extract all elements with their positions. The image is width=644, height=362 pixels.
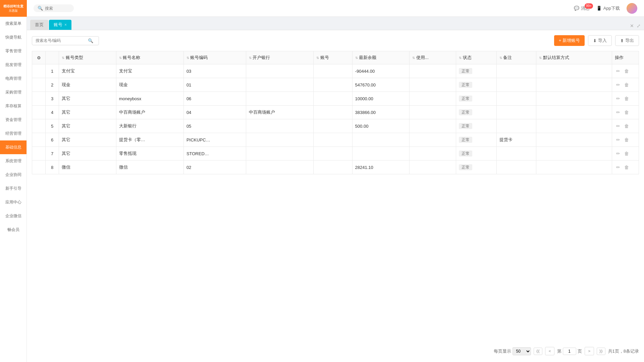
row-account_type-cell: 其它 <box>59 133 116 147</box>
delete-button[interactable]: 🗑 <box>623 109 630 116</box>
col-use-status[interactable]: ⇅ 使用... <box>410 51 456 64</box>
col-open-bank[interactable]: ⇅ 开户银行 <box>246 51 313 64</box>
delete-button[interactable]: 🗑 <box>623 164 630 171</box>
sidebar-item-quick-nav[interactable]: 快捷导航 <box>0 31 26 44</box>
edit-button[interactable]: ✏ <box>615 68 622 74</box>
edit-button[interactable]: ✏ <box>615 150 622 157</box>
status-badge: 正常 <box>459 68 472 74</box>
row-account_type-cell: 其它 <box>59 92 116 106</box>
top-search-input[interactable] <box>45 6 72 11</box>
row-settings-cell <box>32 119 46 133</box>
tab-account[interactable]: 账号× <box>49 20 71 30</box>
close-window-button[interactable]: ✕ <box>630 23 634 28</box>
delete-button[interactable]: 🗑 <box>623 136 630 143</box>
add-account-button[interactable]: + 新增账号 <box>554 35 585 46</box>
top-bar: 🔍 💬 消息 99+ 📱 App下载 <box>27 0 644 17</box>
sidebar-item-operation-mgmt[interactable]: 经营管理 <box>0 127 26 140</box>
maximize-window-button[interactable]: ⤢ <box>637 23 641 28</box>
avatar[interactable] <box>627 3 637 14</box>
row-open_bank-cell <box>246 133 313 147</box>
sidebar-item-enterprise-wechat[interactable]: 企业微信 <box>0 209 26 223</box>
first-page-button[interactable]: ⟨⟨ <box>534 348 542 355</box>
sidebar-item-system-mgmt[interactable]: 系统管理 <box>0 154 26 168</box>
row-latest_balance-cell: 28241.10 <box>352 161 410 174</box>
action-area: ✏🗑 <box>615 136 636 143</box>
top-bar-right: 💬 消息 99+ 📱 App下载 <box>574 3 637 14</box>
sidebar-item-basic-info[interactable]: 基础信息 <box>0 140 26 154</box>
delete-button[interactable]: 🗑 <box>623 150 630 157</box>
col-default-settlement[interactable]: ⇅ 默认结算方式 <box>536 51 612 64</box>
edit-button[interactable]: ✏ <box>615 136 622 143</box>
search-input[interactable] <box>36 38 86 43</box>
delete-button[interactable]: 🗑 <box>623 68 630 74</box>
edit-button[interactable]: ✏ <box>615 95 622 102</box>
row-status-cell: 正常 <box>456 92 496 106</box>
row-account_no-cell <box>313 78 352 92</box>
row-account_code-cell: 01 <box>183 78 246 92</box>
last-page-button[interactable]: ⟩⟩ <box>597 348 605 355</box>
sidebar-item-vip-member[interactable]: 畅会员 <box>0 223 26 237</box>
row-open_bank-cell <box>246 119 313 133</box>
sidebar-item-app-center[interactable]: 应用中心 <box>0 195 26 209</box>
sidebar-item-retail-mgmt[interactable]: 零售管理 <box>0 44 26 58</box>
sort-icon: ⇅ <box>186 56 189 60</box>
table-container: ⚙ ⇅ 账号类型 ⇅ 账号名称 ⇅ 账号编码 ⇅ 开户银行 ⇅ 账号 ⇅ 最新余… <box>32 51 639 174</box>
col-account-no[interactable]: ⇅ 账号 <box>313 51 352 64</box>
sidebar-item-capital-mgmt[interactable]: 资金管理 <box>0 113 26 127</box>
tab-close-account[interactable]: × <box>64 22 67 27</box>
row-num-cell: 5 <box>46 119 59 133</box>
delete-button[interactable]: 🗑 <box>623 95 630 102</box>
table-row: 1支付宝支付宝03-90444.00正常✏🗑 <box>32 64 639 78</box>
app-download-button[interactable]: 📱 App下载 <box>596 5 620 11</box>
page-number-input[interactable] <box>563 348 576 355</box>
sidebar-item-purchase-mgmt[interactable]: 采购管理 <box>0 85 26 99</box>
edit-button[interactable]: ✏ <box>615 109 622 116</box>
sort-icon: ⇅ <box>119 56 122 60</box>
page-size-select[interactable]: 102050100 <box>513 347 531 355</box>
sidebar-item-search-menu[interactable]: 搜索菜单 <box>0 17 26 31</box>
export-button[interactable]: ⬆ 导出 <box>615 35 639 46</box>
sidebar-item-ecommerce-mgmt[interactable]: 电商管理 <box>0 72 26 85</box>
row-default-settlement-cell <box>536 147 612 161</box>
delete-button[interactable]: 🗑 <box>623 81 630 88</box>
top-search-box[interactable]: 🔍 <box>34 4 74 12</box>
action-area: ✏🗑 <box>615 150 636 157</box>
action-area: ✏🗑 <box>615 81 636 88</box>
row-latest_balance-cell: -90444.00 <box>352 64 410 78</box>
import-button[interactable]: ⬇ 导入 <box>588 35 612 46</box>
col-account-code[interactable]: ⇅ 账号编码 <box>183 51 246 64</box>
message-button[interactable]: 💬 消息 99+ <box>574 5 590 11</box>
col-latest-balance[interactable]: ⇅ 最新余额 <box>352 51 410 64</box>
sidebar-item-wholesale-mgmt[interactable]: 批发管理 <box>0 58 26 72</box>
sidebar-item-beginner-guide[interactable]: 新手引导 <box>0 182 26 195</box>
edit-button[interactable]: ✏ <box>615 123 622 129</box>
settings-icon[interactable]: ⚙ <box>37 55 41 60</box>
delete-button[interactable]: 🗑 <box>623 123 630 129</box>
next-page-button[interactable]: ＞ <box>585 347 594 355</box>
col-settings[interactable]: ⚙ <box>32 51 46 64</box>
action-area: ✏🗑 <box>615 123 636 129</box>
tab-home[interactable]: 首页 <box>30 20 48 30</box>
col-account-name[interactable]: ⇅ 账号名称 <box>116 51 183 64</box>
search-box[interactable]: 🔍 <box>32 36 99 45</box>
row-account_no-cell <box>313 92 352 106</box>
row-default-settlement-cell <box>536 106 612 119</box>
row-action-cell: ✏🗑 <box>612 92 639 106</box>
row-account_name-cell: 中百商场账户 <box>116 106 183 119</box>
status-badge: 正常 <box>459 164 472 170</box>
col-account-type[interactable]: ⇅ 账号类型 <box>59 51 116 64</box>
edit-button[interactable]: ✏ <box>615 164 622 171</box>
edit-button[interactable]: ✏ <box>615 81 622 88</box>
row-remark-cell <box>496 147 536 161</box>
tab-label-home: 首页 <box>35 22 44 28</box>
row-account_name-cell: 微信 <box>116 161 183 174</box>
prev-page-button[interactable]: ＜ <box>545 347 554 355</box>
col-remark[interactable]: ⇅ 备注 <box>496 51 536 64</box>
sidebar-item-enterprise-agreement[interactable]: 企业协同 <box>0 168 26 182</box>
status-badge: 正常 <box>459 82 472 88</box>
table-row: 8微信微信0228241.10正常✏🗑 <box>32 161 639 174</box>
table-row: 7其它零售抵现STORED…正常✏🗑 <box>32 147 639 161</box>
sidebar-item-inventory-check[interactable]: 库存核算 <box>0 99 26 113</box>
row-action-cell: ✏🗑 <box>612 161 639 174</box>
col-status[interactable]: ⇅ 状态 <box>456 51 496 64</box>
